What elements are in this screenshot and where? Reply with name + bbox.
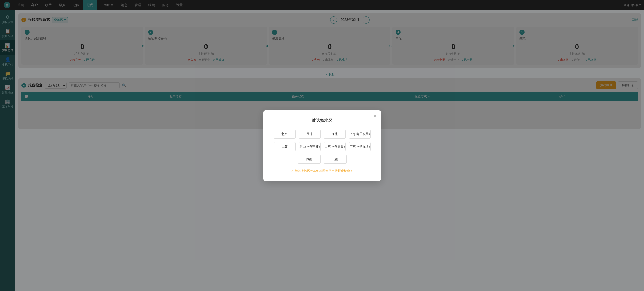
region-zhejiang[interactable]: 浙江(不含宁波): [299, 142, 321, 151]
modal-warning: ⚠ 除以上地区外其他地区暂不支持报税检查！: [274, 169, 371, 173]
warning-text: 除以上地区外其他地区暂不支持报税检查！: [295, 169, 353, 173]
region-row-1: 北京 天津 河北 上海(电子税局): [274, 130, 371, 139]
region-row-2: 江苏 浙江(不含宁波) 山东(不含青岛) 广东(不含深圳): [274, 142, 371, 151]
modal-title: 请选择地区: [274, 118, 371, 124]
region-tianjin[interactable]: 天津: [299, 130, 321, 139]
region-jiangsu[interactable]: 江苏: [274, 142, 296, 151]
region-guangdong[interactable]: 广东(不含深圳): [349, 142, 371, 151]
region-hainan[interactable]: 海南: [298, 155, 321, 164]
region-beijing[interactable]: 北京: [274, 130, 296, 139]
region-shandong[interactable]: 山东(不含青岛): [324, 142, 346, 151]
region-select-modal: ✕ 请选择地区 北京 天津 河北 上海(电子税局) 江苏 浙江(不含宁波) 山东…: [263, 110, 381, 181]
region-row-3: 海南 云南: [274, 155, 371, 164]
region-hebei[interactable]: 河北: [324, 130, 346, 139]
modal-overlay[interactable]: ✕ 请选择地区 北京 天津 河北 上海(电子税局) 江苏 浙江(不含宁波) 山东…: [0, 0, 644, 291]
region-yunnan[interactable]: 云南: [324, 155, 347, 164]
region-shanghai[interactable]: 上海(电子税局): [349, 130, 371, 139]
modal-close-btn[interactable]: ✕: [373, 114, 377, 118]
warning-icon: ⚠: [291, 169, 294, 173]
